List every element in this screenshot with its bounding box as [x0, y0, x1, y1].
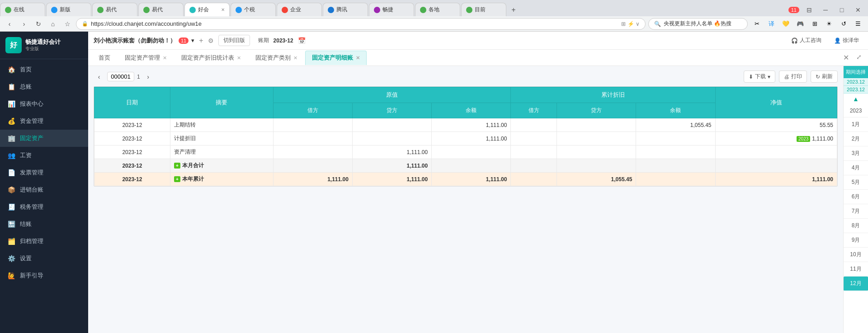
- search-bar[interactable]: 🔍 央视更新主持人名单 🔥热搜: [648, 18, 748, 30]
- browser-tab-geshui[interactable]: 个税: [231, 3, 276, 16]
- period-month-4[interactable]: 4月: [844, 161, 868, 175]
- period-value: 2023-12: [274, 38, 293, 44]
- user-profile-button[interactable]: 👤 徐泽华: [830, 35, 863, 46]
- forward-button[interactable]: ›: [18, 18, 30, 30]
- period-month-1[interactable]: 1月: [844, 117, 868, 132]
- browser-tab-haohui[interactable]: 好会 ✕: [184, 3, 230, 16]
- period-month-10[interactable]: 10月: [844, 248, 868, 262]
- period-month-8[interactable]: 8月: [844, 219, 868, 233]
- cell-orig-balance: [432, 159, 511, 173]
- cell-orig-debit: [273, 159, 352, 173]
- nav-item-fund[interactable]: 💰 资金管理: [0, 113, 88, 130]
- cell-summary: +本年累计: [170, 173, 273, 186]
- collapse-tabs-button[interactable]: ✕: [840, 53, 852, 62]
- sun-icon[interactable]: ☀: [823, 18, 835, 30]
- period-month-3[interactable]: 3月: [844, 146, 868, 161]
- period-month-9[interactable]: 9月: [844, 233, 868, 248]
- nav-item-guide[interactable]: 🙋 新手引导: [0, 267, 88, 284]
- tab-close-icon[interactable]: ✕: [237, 55, 241, 61]
- period-panel-header: 期间选择: [844, 66, 868, 78]
- service-button[interactable]: 🎧 人工咨询: [788, 35, 825, 46]
- period-month-5[interactable]: 5月: [844, 175, 868, 190]
- reload-button[interactable]: ↻: [33, 18, 44, 30]
- nav-label-archive: 归档管理: [20, 237, 43, 245]
- add-account-button[interactable]: +: [199, 37, 203, 45]
- cell-date: 2023-12: [94, 132, 170, 145]
- period-month-12[interactable]: 12月: [844, 277, 868, 291]
- cell-net-value: 1,111.00: [715, 173, 837, 186]
- calendar-icon[interactable]: 📅: [298, 37, 306, 44]
- bookmark-button[interactable]: ☆: [61, 18, 73, 30]
- tab-close-icon[interactable]: ✕: [293, 55, 297, 61]
- period-year-2023[interactable]: 2023: [844, 104, 868, 117]
- nav-item-payroll[interactable]: 👥 工资: [0, 147, 88, 164]
- tab-label: 各地: [429, 6, 439, 14]
- period-month-2[interactable]: 2月: [844, 132, 868, 146]
- tab-asset-category[interactable]: 固定资产类别 ✕: [249, 51, 304, 65]
- scissors-icon[interactable]: ✂: [750, 18, 763, 30]
- nav-item-settings[interactable]: ⚙️ 设置: [0, 250, 88, 267]
- translate-icon[interactable]: 译: [765, 18, 778, 30]
- account-selector[interactable]: 刘小艳演示账套（勿删勿动！） 11 ▾: [94, 37, 194, 45]
- browser-tab-gedi[interactable]: 各地: [415, 3, 460, 16]
- browser-tab-new[interactable]: 新版: [46, 3, 91, 16]
- back-button[interactable]: ‹: [4, 18, 15, 30]
- tab-depreciation-stats[interactable]: 固定资产折旧统计表 ✕: [175, 51, 248, 65]
- browser-tab-yidai1[interactable]: 易代: [92, 3, 137, 16]
- nav-item-invoice[interactable]: 📄 发票管理: [0, 164, 88, 181]
- tab-close-icon[interactable]: ✕: [163, 55, 167, 61]
- tab-fixed-assets-mgmt[interactable]: 固定资产管理 ✕: [118, 51, 174, 65]
- nav-item-close-period[interactable]: 🔚 结账: [0, 216, 88, 233]
- expand-tabs-button[interactable]: ⤢: [854, 53, 864, 62]
- switch-version-button[interactable]: 切到旧版: [218, 35, 250, 46]
- menu-icon[interactable]: ☰: [852, 18, 864, 30]
- tab-label: 好会: [198, 6, 209, 14]
- next-page-button[interactable]: ›: [143, 71, 154, 82]
- game-icon[interactable]: 🎮: [794, 18, 807, 30]
- home-button[interactable]: ⌂: [47, 18, 59, 30]
- notification-badge: 11: [179, 38, 189, 44]
- tab-list-button[interactable]: ⊟: [803, 4, 816, 16]
- ledger-table: 日期 摘要 原值 累计折旧 净值 借方 贷方 余额 借方: [94, 87, 837, 186]
- top-bar: 刘小艳演示账套（勿删勿动！） 11 ▾ + ⚙ 切到旧版 账期 2023-12 …: [88, 32, 868, 50]
- refresh-button[interactable]: ↻ 刷新: [811, 70, 838, 83]
- grid-icon[interactable]: ⊞: [808, 18, 821, 30]
- browser-tab-yidai2[interactable]: 易代: [138, 3, 184, 16]
- wallet-icon[interactable]: 💛: [779, 18, 792, 30]
- browser-tab-changjie[interactable]: 畅捷: [369, 3, 414, 16]
- browser-tab-qiye[interactable]: 企业: [277, 3, 322, 16]
- period-selected-end: 2023.12: [844, 86, 868, 94]
- history-icon[interactable]: ↺: [837, 18, 850, 30]
- nav-item-fixed-assets[interactable]: 🏢 固定资产: [0, 130, 88, 147]
- nav-item-reports[interactable]: 📊 报表中心: [0, 95, 88, 113]
- download-button[interactable]: ⬇ 下载 ▾: [744, 70, 775, 83]
- tab-close-icon[interactable]: ✕: [221, 7, 225, 12]
- page-number-input[interactable]: [107, 72, 134, 81]
- th-orig-balance: 余额: [432, 103, 511, 118]
- print-button[interactable]: 🖨 打印: [779, 70, 807, 83]
- browser-tab-tencent[interactable]: 腾讯: [323, 3, 368, 16]
- nav-item-purchase-sales[interactable]: 📦 进销台账: [0, 181, 88, 198]
- browser-tab-muqian[interactable]: 目前: [461, 3, 506, 16]
- period-scroll-up[interactable]: ▲: [844, 94, 868, 104]
- nav-item-home[interactable]: 🏠 首页: [0, 61, 88, 78]
- new-tab-button[interactable]: +: [507, 4, 520, 16]
- nav-item-tax[interactable]: 🧾 税务管理: [0, 198, 88, 216]
- period-month-11[interactable]: 11月: [844, 262, 868, 277]
- period-month-7[interactable]: 7月: [844, 204, 868, 219]
- tab-home[interactable]: 首页: [92, 51, 117, 65]
- tab-asset-detail-ledger[interactable]: 固定资产明细账 ✕: [305, 51, 367, 65]
- th-dep-credit: 贷方: [557, 103, 636, 118]
- maximize-button[interactable]: □: [835, 4, 848, 16]
- nav-item-archive[interactable]: 🗂️ 归档管理: [0, 233, 88, 250]
- close-window-button[interactable]: ✕: [852, 4, 864, 16]
- th-accumulated-dep: 累计折旧: [511, 87, 715, 103]
- prev-page-button[interactable]: ‹: [94, 71, 104, 82]
- period-month-6[interactable]: 6月: [844, 190, 868, 204]
- nav-item-general-ledger[interactable]: 📋 总账: [0, 78, 88, 95]
- settings-account-icon[interactable]: ⚙: [208, 37, 214, 44]
- minimize-button[interactable]: ─: [819, 4, 832, 16]
- tab-close-icon[interactable]: ✕: [356, 55, 360, 61]
- address-bar[interactable]: 🔒 https://cloud.chanjet.com/accounting/u…: [76, 18, 646, 30]
- browser-tab-online[interactable]: 在线: [0, 3, 45, 16]
